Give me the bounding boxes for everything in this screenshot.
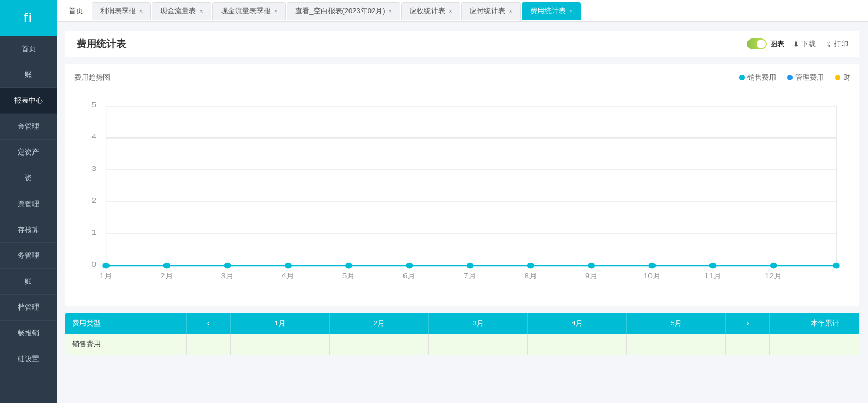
sidebar: fi 首页 账 报表中心 金管理 定资产 资 票管理 存核算 务管理 账 档管理… <box>0 0 57 403</box>
data-cell-nav-next <box>726 334 770 355</box>
sidebar-item-refund[interactable]: 畅报销 <box>0 321 57 346</box>
svg-text:0: 0 <box>92 261 97 268</box>
tab-close-profit-quarterly[interactable]: × <box>139 8 143 14</box>
sidebar-item-fund[interactable]: 金管理 <box>0 114 57 140</box>
table-row: 销售费用 <box>65 334 859 355</box>
table-header-row: 费用类型 ‹ 1月 2月 3月 4月 5月 › 本年累计 <box>65 313 859 334</box>
table-header-m2: 2月 <box>330 313 429 334</box>
data-cell-ytd <box>770 334 859 355</box>
svg-text:2月: 2月 <box>160 272 173 280</box>
table-header-nav-next[interactable]: › <box>726 313 770 334</box>
chart-toggle[interactable] <box>747 38 767 49</box>
svg-text:5: 5 <box>92 101 97 108</box>
sidebar-item-invoice[interactable]: 票管理 <box>0 191 57 217</box>
svg-point-18 <box>406 263 413 269</box>
data-cell-nav-prev <box>187 334 231 355</box>
sidebar-item-investment[interactable]: 资 <box>0 165 57 191</box>
sidebar-item-account[interactable]: 账 <box>0 62 57 88</box>
table-header-m5: 5月 <box>627 313 726 334</box>
sidebar-item-fixed-assets[interactable]: 定资产 <box>0 140 57 165</box>
download-icon: ⬇ <box>793 40 799 48</box>
tab-close-blank-report[interactable]: × <box>389 8 392 14</box>
tab-payable-stat[interactable]: 应付统计表 × <box>461 2 520 20</box>
svg-text:1月: 1月 <box>100 272 113 280</box>
trend-chart: 0 1 2 3 4 5 <box>74 87 850 296</box>
svg-point-22 <box>648 263 656 269</box>
legend-admin: 管理费用 <box>787 73 824 82</box>
tab-cashflow[interactable]: 现金流量表 × <box>152 2 211 20</box>
tab-close-payable-stat[interactable]: × <box>509 8 512 14</box>
tabs-bar: 首页 利润表季报 × 现金流量表 × 现金流量表季报 × 查看_空白报表(202… <box>57 0 868 22</box>
svg-text:8月: 8月 <box>524 272 537 280</box>
legend-dot-sales <box>739 75 745 80</box>
tab-close-expense-stat[interactable]: × <box>569 8 572 14</box>
svg-point-25 <box>833 263 840 269</box>
table-nav-next-button[interactable]: › <box>744 318 751 328</box>
content-area: 费用统计表 图表 ⬇ 下载 🖨 打印 费用趋势图 <box>57 22 868 403</box>
print-icon: 🖨 <box>825 40 832 48</box>
chart-toggle-label: 图表 <box>770 39 784 49</box>
page-header: 费用统计表 图表 ⬇ 下载 🖨 打印 <box>65 31 859 57</box>
svg-text:7月: 7月 <box>463 272 477 280</box>
table-header-m4: 4月 <box>528 313 627 334</box>
chart-legend: 销售费用 管理费用 财 <box>739 73 850 82</box>
tab-expense-stat[interactable]: 费用统计表 × <box>522 2 581 20</box>
legend-sales: 销售费用 <box>739 73 776 82</box>
tab-close-cashflow-quarterly[interactable]: × <box>274 8 277 14</box>
header-actions: 图表 ⬇ 下载 🖨 打印 <box>747 38 848 49</box>
svg-point-21 <box>588 263 595 269</box>
svg-point-23 <box>709 263 717 269</box>
legend-label-finance: 财 <box>843 73 850 82</box>
tab-receivable[interactable]: 应收统计表 × <box>401 2 460 20</box>
svg-text:12月: 12月 <box>765 272 782 280</box>
print-button[interactable]: 🖨 打印 <box>825 39 848 49</box>
legend-label-admin: 管理费用 <box>795 73 824 82</box>
sidebar-item-service[interactable]: 务管理 <box>0 243 57 269</box>
tab-home[interactable]: 首页 <box>61 2 91 20</box>
data-cell-type: 销售费用 <box>65 334 187 355</box>
data-cell-m1 <box>231 334 330 355</box>
svg-text:3月: 3月 <box>221 272 234 280</box>
chart-card: 费用趋势图 销售费用 管理费用 财 <box>65 64 859 306</box>
svg-text:2: 2 <box>92 196 97 204</box>
main-area: 首页 利润表季报 × 现金流量表 × 现金流量表季报 × 查看_空白报表(202… <box>57 0 868 403</box>
sidebar-item-home[interactable]: 首页 <box>0 36 57 62</box>
tab-cashflow-quarterly[interactable]: 现金流量表季报 × <box>212 2 286 20</box>
svg-point-20 <box>527 263 534 269</box>
svg-text:3: 3 <box>92 164 97 172</box>
tab-profit-quarterly[interactable]: 利润表季报 × <box>92 2 151 20</box>
chart-title: 费用趋势图 <box>74 73 110 82</box>
svg-text:1: 1 <box>92 228 97 236</box>
data-cell-m5 <box>627 334 726 355</box>
expense-table: 费用类型 ‹ 1月 2月 3月 4月 5月 › 本年累计 销售费用 <box>65 313 859 355</box>
tab-close-cashflow[interactable]: × <box>199 8 203 14</box>
page-title: 费用统计表 <box>77 37 126 51</box>
data-cell-m3 <box>429 334 528 355</box>
table-header-nav-prev[interactable]: ‹ <box>187 313 231 334</box>
sidebar-item-report-center[interactable]: 报表中心 <box>0 88 57 114</box>
svg-text:6月: 6月 <box>403 272 416 280</box>
download-button[interactable]: ⬇ 下载 <box>793 39 816 49</box>
svg-text:4月: 4月 <box>281 272 294 280</box>
svg-text:11月: 11月 <box>704 272 722 280</box>
sidebar-item-inventory[interactable]: 存核算 <box>0 217 57 243</box>
svg-text:10月: 10月 <box>643 272 661 280</box>
sidebar-item-settings[interactable]: 础设置 <box>0 346 57 372</box>
svg-text:4: 4 <box>92 133 97 140</box>
svg-point-19 <box>467 263 474 269</box>
table-header-ytd: 本年累计 <box>770 313 859 334</box>
chart-header: 费用趋势图 销售费用 管理费用 财 <box>74 73 850 82</box>
legend-dot-admin <box>787 75 793 80</box>
svg-point-13 <box>102 263 110 269</box>
table-header-m3: 3月 <box>429 313 528 334</box>
sidebar-item-payable[interactable]: 账 <box>0 269 57 295</box>
svg-point-17 <box>345 263 352 269</box>
sidebar-item-archive[interactable]: 档管理 <box>0 295 57 321</box>
svg-text:9月: 9月 <box>585 272 598 280</box>
tab-close-receivable[interactable]: × <box>449 8 452 14</box>
table-nav-prev-button[interactable]: ‹ <box>205 318 212 328</box>
chart-toggle-wrap: 图表 <box>747 38 784 49</box>
tab-blank-report[interactable]: 查看_空白报表(2023年02月) × <box>287 2 400 20</box>
data-cell-m4 <box>528 334 627 355</box>
svg-point-15 <box>224 263 231 269</box>
